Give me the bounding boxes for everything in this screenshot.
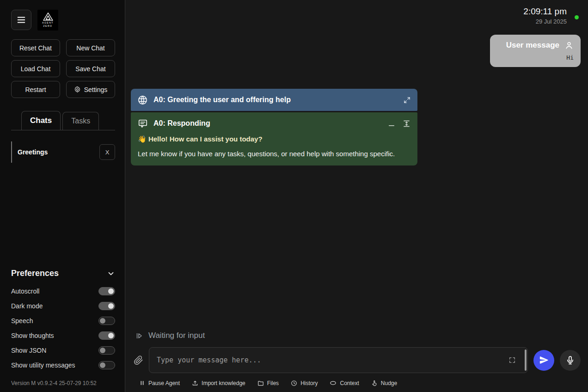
show-thoughts-toggle[interactable]: [98, 331, 115, 340]
pref-label: Show thoughts: [11, 332, 54, 339]
user-message-text: Hi: [497, 54, 574, 61]
user-message: User message Hi: [490, 35, 581, 67]
expand-icon[interactable]: [403, 96, 411, 104]
delete-chat-button[interactable]: X: [99, 144, 115, 160]
chat-history: User message Hi A0: Greeting the user an…: [125, 25, 588, 331]
toggle-knob: [100, 362, 105, 368]
context-button[interactable]: Context: [330, 380, 359, 386]
chat-bubble-icon: [138, 118, 148, 129]
reset-chat-button[interactable]: Reset Chat: [11, 39, 60, 56]
autoscroll-toggle[interactable]: [98, 287, 115, 295]
message-input[interactable]: [149, 347, 528, 373]
menu-button[interactable]: [11, 10, 31, 30]
agent-message-group: A0: Greeting the user and offering help …: [131, 89, 417, 165]
restart-button[interactable]: Restart: [11, 81, 60, 98]
save-chat-button[interactable]: Save Chat: [66, 60, 115, 77]
chat-list-item[interactable]: Greetings X: [11, 141, 115, 163]
new-chat-button[interactable]: New Chat: [66, 39, 115, 56]
chevron-down-icon: [107, 270, 115, 278]
pref-row-speech: Speech: [11, 313, 115, 328]
pref-row-autoscroll: Autoscroll: [11, 284, 115, 299]
send-button[interactable]: [533, 350, 554, 371]
gear-icon: [74, 86, 81, 93]
send-icon: [539, 355, 549, 365]
load-chat-label: Load Chat: [21, 65, 51, 73]
agent-response-title: A0: Responding: [153, 119, 210, 128]
nudge-button[interactable]: Nudge: [371, 380, 397, 386]
composer: [125, 347, 588, 380]
toggle-knob: [100, 318, 105, 324]
logo-text: AGENT ZERO: [40, 21, 56, 28]
show-json-toggle[interactable]: [98, 346, 115, 355]
person-icon: [564, 41, 574, 50]
agent-collapsed-title: A0: Greeting the user and offering help: [153, 96, 291, 104]
version-text: Version M v0.9.2-4 25-07-29 10:52: [11, 380, 115, 386]
microphone-button[interactable]: [560, 350, 581, 371]
preferences-title: Preferences: [11, 269, 59, 278]
new-chat-label: New Chat: [76, 44, 104, 52]
speech-toggle[interactable]: [98, 317, 115, 325]
preferences-section: Preferences Autoscroll Dark mode Speech …: [11, 269, 115, 373]
save-chat-label: Save Chat: [75, 65, 105, 73]
preferences-header[interactable]: Preferences: [11, 269, 115, 278]
hamburger-icon: [16, 15, 26, 25]
toggle-knob: [100, 348, 105, 353]
tab-chats-label: Chats: [30, 116, 52, 125]
tab-tasks[interactable]: Tasks: [62, 112, 99, 130]
pref-label: Show JSON: [11, 347, 46, 354]
input-scrollbar[interactable]: [525, 349, 527, 371]
dark-mode-toggle[interactable]: [98, 302, 115, 310]
pause-icon: [139, 380, 145, 386]
agent-response-message: A0: Responding 👋 Hello! How can I assist…: [131, 112, 417, 165]
user-message-title: User message: [506, 41, 559, 50]
import-knowledge-button[interactable]: Import knowledge: [192, 380, 245, 386]
pref-row-show-utility: Show utility messages: [11, 358, 115, 373]
chat-item-title: Greetings: [18, 148, 48, 156]
microphone-icon: [565, 355, 575, 365]
status-bar: Waiting for input: [125, 331, 588, 347]
pref-label: Autoscroll: [11, 288, 39, 295]
settings-button[interactable]: Settings: [66, 81, 115, 98]
triangle-logo-icon: [43, 12, 53, 21]
toggle-knob: [108, 303, 114, 309]
pref-label: Dark mode: [11, 302, 43, 310]
history-button[interactable]: History: [291, 380, 318, 386]
agent-response-line1: 👋 Hello! How can I assist you today?: [138, 135, 410, 143]
agent-zero-logo[interactable]: AGENT ZERO: [37, 10, 58, 31]
agent-zero-app: AGENT ZERO Reset Chat New Chat Load Chat…: [0, 0, 588, 392]
agent-response-line2: Let me know if you have any tasks, quest…: [138, 150, 410, 158]
pref-label: Show utility messages: [11, 361, 75, 369]
sidebar-tabs: Chats Tasks: [11, 111, 115, 130]
clock-time: 2:09:11 pm: [125, 6, 567, 17]
toggle-knob: [108, 333, 114, 338]
pref-row-show-json: Show JSON: [11, 343, 115, 358]
load-chat-button[interactable]: Load Chat: [11, 60, 60, 77]
main-panel: 2:09:11 pm 29 Jul 2025 User message Hi: [125, 0, 588, 392]
agent-response-header: A0: Responding: [138, 118, 410, 129]
sidebar-actions: Reset Chat New Chat Load Chat Save Chat …: [11, 39, 115, 98]
toggle-knob: [108, 288, 114, 294]
folder-icon: [257, 380, 264, 386]
context-icon: [330, 380, 337, 386]
user-message-header: User message: [497, 41, 574, 50]
pointing-hand-icon: [371, 380, 378, 386]
tab-chats[interactable]: Chats: [21, 111, 61, 130]
attachment-button[interactable]: [134, 355, 143, 365]
fullscreen-input-icon[interactable]: [508, 356, 516, 364]
import-knowledge-label: Import knowledge: [202, 380, 245, 386]
pref-label: Speech: [11, 317, 33, 325]
minimize-icon[interactable]: [388, 120, 395, 127]
sidebar-top: AGENT ZERO: [11, 10, 115, 31]
history-label: History: [300, 380, 318, 386]
reset-chat-label: Reset Chat: [19, 44, 52, 52]
sidebar: AGENT ZERO Reset Chat New Chat Load Chat…: [0, 0, 125, 392]
restart-label: Restart: [25, 86, 46, 93]
files-button[interactable]: Files: [257, 380, 279, 386]
agent-collapsed-message[interactable]: A0: Greeting the user and offering help: [131, 89, 417, 111]
brain-icon: [137, 95, 148, 105]
show-utility-toggle[interactable]: [98, 361, 115, 369]
pause-agent-button[interactable]: Pause Agent: [139, 380, 180, 386]
expand-height-icon[interactable]: [403, 120, 410, 128]
status-text: Waiting for input: [148, 331, 205, 340]
settings-label: Settings: [84, 86, 108, 93]
